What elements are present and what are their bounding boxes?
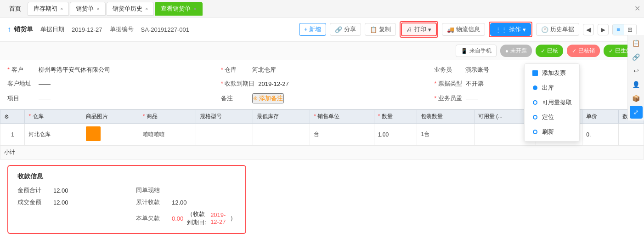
no-label: 单据编号 — [110, 25, 134, 34]
customer-row: 客户 柳州粤港平安气体有限公司 — [7, 66, 210, 74]
date-value: 2019-12-27 — [72, 26, 102, 33]
copy-button[interactable]: 📋 复制 — [365, 23, 396, 36]
row-min-stock — [253, 124, 310, 146]
transaction-amount-label: 成交金额 — [17, 198, 50, 206]
prev-button[interactable]: ◀ — [583, 24, 594, 35]
operate-highlight: ⋮⋮ 操作 ▾ — [489, 22, 532, 37]
row-amount — [618, 124, 644, 146]
row-pack-qty: 1台 — [417, 124, 474, 146]
history-button[interactable]: 🕐 历史单据 — [536, 23, 579, 36]
row-warehouse: 河北仓库 — [25, 124, 82, 146]
tab-sales-history-close[interactable]: × — [145, 6, 148, 11]
col-min-stock: 最低库存 — [253, 110, 310, 124]
dropdown-add-invoice[interactable]: 添加发票 — [525, 66, 579, 80]
not-open-status-button[interactable]: ● 未开票 — [500, 45, 532, 57]
dropdown-out-warehouse[interactable]: 出库 — [525, 80, 579, 95]
current-due-row: 本单欠款 0.00 （收款到期日: 2019-12-27 ） — [136, 210, 236, 227]
list-view-button[interactable]: ≡ — [613, 24, 624, 35]
right-icon-2[interactable]: 🔗 — [630, 51, 643, 63]
tab-sales-close[interactable]: × — [96, 6, 99, 11]
row-num: 1 — [0, 124, 25, 146]
print-icon: 🖨 — [407, 26, 412, 33]
transaction-amount-row: 成交金额 12.00 — [17, 198, 118, 206]
due-date-value: 2019-12-27 — [210, 211, 226, 225]
right-icon-3[interactable]: ↩ — [630, 64, 643, 77]
add-note-button[interactable]: ⊕ 添加备注 — [252, 93, 284, 103]
right-sidebar: 📋 🔗 ↩ 👤 📦 ⤢ — [627, 35, 644, 120]
operate-dropdown-arrow: ▾ — [523, 26, 526, 33]
view-toggle: ≡ ⊞ — [612, 24, 637, 35]
grid-view-button[interactable]: ⊞ — [624, 24, 636, 35]
phone-status-button[interactable]: 📱 来自手机 — [456, 45, 497, 57]
dropdown-locate[interactable]: 定位 — [525, 110, 579, 125]
tab-home[interactable]: 首页 — [4, 5, 27, 13]
share-button[interactable]: 🔗 分享 — [330, 23, 361, 36]
print-button[interactable]: 🖨 打印 ▾ — [401, 23, 437, 36]
new-button[interactable]: + 新增 — [299, 23, 326, 36]
refresh-icon — [532, 129, 538, 135]
amount-total-value: 12.00 — [53, 187, 68, 194]
subtotal-row: 小计 — [0, 146, 644, 160]
check-status-button[interactable]: ✓ 已核 — [536, 45, 563, 57]
project-value: —— — [39, 95, 51, 102]
col-warehouse: 仓库 — [25, 110, 82, 124]
tab-view-sales[interactable]: 查看销货单 × — [155, 2, 202, 16]
row-qty: 1.00 — [374, 124, 417, 146]
payment-date-value: 2019-12-27 — [258, 80, 289, 87]
right-icon-6[interactable]: ⤢ — [630, 106, 643, 119]
tab-sales-history[interactable]: 销货单历史 × — [107, 2, 154, 16]
row-unit: 台 — [310, 124, 374, 146]
invoice-value: 不开票 — [466, 80, 484, 88]
share-icon: 🔗 — [335, 26, 342, 33]
add-note-icon: ⊕ — [253, 95, 258, 102]
warehouse-label: 仓库 — [221, 66, 249, 74]
staff-value: 演示账号 — [465, 66, 489, 74]
col-image: 商品图片 — [82, 110, 139, 124]
tab-sales[interactable]: 销货单 × — [70, 2, 105, 16]
dropdown-refresh[interactable]: 刷新 — [525, 125, 579, 139]
tab-view-sales-close[interactable]: × — [193, 6, 196, 11]
col-settings[interactable]: ⚙ — [0, 110, 25, 124]
operate-button[interactable]: ⋮⋮ 操作 ▾ — [490, 23, 531, 36]
date-label: 单据日期 — [40, 25, 64, 34]
cumulative-payment-row: 累计收款 12.00 — [136, 198, 236, 206]
right-icon-4[interactable]: 👤 — [630, 78, 643, 91]
customer-label: 客户 — [7, 66, 35, 74]
col-price: 单价 — [582, 110, 618, 124]
note-row: 备注 ⊕ 添加备注 — [221, 93, 424, 103]
tab-inventory-close[interactable]: × — [60, 6, 63, 11]
no-value: SA-20191227-001 — [141, 26, 190, 33]
doc-header: ↑ 销货单 单据日期 2019-12-27 单据编号 SA-20191227-0… — [0, 17, 644, 42]
doc-title: ↑ 销货单 — [7, 25, 33, 34]
right-icon-1[interactable]: 📋 — [630, 37, 643, 50]
col-pack-qty: 包装数量 — [417, 110, 474, 124]
cumulative-payment-label: 累计收款 — [136, 198, 168, 206]
close-button[interactable]: ✕ — [634, 4, 640, 13]
amount-total-label: 金额合计 — [17, 186, 50, 194]
right-icon-5[interactable]: 📦 — [630, 92, 643, 105]
copy-icon: 📋 — [370, 26, 377, 33]
payment-date-row: 收款到期日 2019-12-27 — [221, 80, 424, 88]
next-button[interactable]: ▶ — [598, 24, 609, 35]
note-label: 备注 — [221, 94, 249, 103]
tab-inventory[interactable]: 库存期初 × — [28, 2, 69, 16]
col-spec: 规格型号 — [196, 110, 253, 124]
operate-dropdown: 添加发票 出库 可用量提取 定位 刷新 — [524, 63, 580, 142]
transaction-settlement-row: 同单现结 —— — [136, 186, 236, 194]
phone-icon: 📱 — [461, 48, 468, 54]
add-invoice-icon — [532, 70, 538, 76]
logistics-icon: 🚚 — [447, 26, 454, 33]
circle-icon: ● — [505, 48, 508, 54]
due-date-text: （收款到期日: — [187, 210, 207, 227]
address-value: —— — [39, 80, 51, 87]
cancel-status-button[interactable]: ✓ 已核销 — [567, 45, 600, 57]
amount-total-row: 金额合计 12.00 — [17, 186, 118, 194]
dropdown-available-pickup[interactable]: 可用量提取 — [525, 95, 579, 110]
check-icon: ✓ — [541, 48, 545, 54]
doc-actions: + 新增 🔗 分享 📋 复制 🖨 打印 ▾ 🚚 — [299, 21, 637, 38]
product-image — [86, 126, 101, 141]
project-row: 项目 —— — [7, 93, 210, 103]
col-product: 商品 — [139, 110, 196, 124]
logistics-button[interactable]: 🚚 物流信息 — [442, 23, 485, 36]
out-warehouse-icon — [532, 85, 538, 91]
